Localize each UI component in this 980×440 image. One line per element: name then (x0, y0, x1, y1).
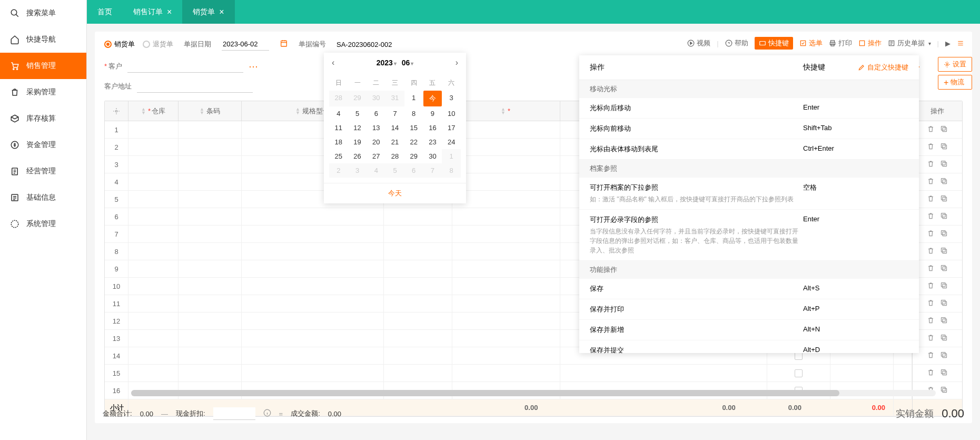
table-header-cell[interactable]: ▲▼* (452, 101, 560, 121)
delete-icon[interactable] (927, 351, 935, 361)
cal-day[interactable]: 30 (423, 149, 442, 163)
cal-day[interactable]: 21 (385, 135, 404, 149)
sidebar-item-purchase[interactable]: 采购管理 (0, 79, 86, 105)
cal-day[interactable]: 6 (367, 106, 385, 121)
cal-day[interactable]: 11 (329, 121, 348, 135)
ellipsis-icon[interactable]: ⋯ (249, 61, 258, 72)
nav-menu-button[interactable] (957, 40, 964, 47)
cal-day[interactable]: 24 (442, 135, 461, 149)
delete-icon[interactable] (927, 194, 935, 204)
cal-day[interactable]: 29 (404, 149, 423, 163)
custom-shortcuts-button[interactable]: 自定义快捷键 (858, 63, 908, 72)
copy-icon[interactable] (940, 177, 948, 187)
copy-icon[interactable] (940, 368, 948, 378)
cal-day[interactable]: 31 (385, 91, 404, 106)
sidebar-item-quicknav[interactable]: 快捷导航 (0, 26, 86, 53)
cal-day[interactable]: 20 (367, 135, 385, 149)
cal-day[interactable]: 5 (348, 106, 367, 121)
radio-return[interactable]: 退货单 (143, 40, 173, 49)
cal-day[interactable]: 30 (367, 91, 385, 106)
cal-day[interactable]: 13 (367, 121, 385, 135)
copy-icon[interactable] (940, 299, 948, 309)
delete-icon[interactable] (927, 247, 935, 257)
copy-icon[interactable] (940, 351, 948, 361)
cal-day[interactable]: 28 (385, 149, 404, 163)
cal-day[interactable]: 今 (423, 91, 442, 106)
close-icon[interactable]: × (167, 0, 172, 24)
cal-day[interactable]: 6 (404, 163, 423, 178)
video-button[interactable]: 视频 (687, 38, 710, 48)
copy-icon[interactable] (940, 160, 948, 170)
sidebar-item-search[interactable]: 搜索菜单 (0, 0, 86, 26)
sidebar-item-system[interactable]: 系统管理 (0, 211, 86, 237)
cal-day[interactable]: 10 (442, 106, 461, 121)
print-button[interactable]: 打印 (829, 38, 852, 48)
select-order-button[interactable]: 选单 (799, 38, 823, 48)
table-row[interactable]: 15 (105, 365, 962, 382)
cal-day[interactable]: 12 (348, 121, 367, 135)
cal-day[interactable]: 1 (404, 91, 423, 106)
copy-icon[interactable] (940, 194, 948, 204)
customer-input[interactable] (127, 60, 243, 73)
copy-icon[interactable] (940, 281, 948, 291)
cal-day[interactable]: 19 (348, 135, 367, 149)
cal-day[interactable]: 28 (329, 91, 348, 106)
calendar-icon[interactable] (280, 39, 288, 50)
cal-day[interactable]: 8 (442, 163, 461, 178)
sidebar-item-business[interactable]: 经营管理 (0, 158, 86, 184)
cal-day[interactable]: 9 (423, 106, 442, 121)
cal-prev-button[interactable]: ‹ (332, 58, 334, 67)
delete-icon[interactable] (927, 160, 935, 170)
cal-day[interactable]: 4 (367, 163, 385, 178)
delete-icon[interactable] (927, 334, 935, 344)
delete-icon[interactable] (927, 299, 935, 309)
date-input[interactable] (222, 38, 269, 51)
address-input[interactable] (137, 80, 253, 93)
copy-icon[interactable] (940, 264, 948, 274)
nav-prev-button[interactable]: ▶ (945, 40, 951, 47)
tab-sales-invoice[interactable]: 销货单× (182, 0, 234, 24)
cal-title[interactable]: 202306 (377, 58, 414, 67)
gift-checkbox[interactable] (795, 369, 803, 377)
copy-icon[interactable] (940, 247, 948, 257)
cal-day[interactable]: 3 (348, 163, 367, 178)
info-icon[interactable] (263, 409, 271, 418)
cal-day[interactable]: 16 (423, 121, 442, 135)
sidebar-item-basicinfo[interactable]: 基础信息 (0, 184, 86, 211)
cal-day[interactable]: 8 (404, 106, 423, 121)
sidebar-item-sales[interactable]: 销售管理 (0, 53, 86, 79)
table-header-cell[interactable]: ▲▼条码 (179, 101, 242, 121)
sidebar-item-funds[interactable]: 资金管理 (0, 132, 86, 158)
copy-icon[interactable] (940, 316, 948, 326)
cal-day[interactable]: 25 (329, 149, 348, 163)
delete-icon[interactable] (927, 264, 935, 274)
radio-sales[interactable]: 销货单 (104, 40, 135, 49)
cal-day[interactable]: 29 (348, 91, 367, 106)
toggle-icon[interactable]: — (161, 410, 168, 418)
operate-button[interactable]: 操作 (858, 38, 882, 48)
cal-day[interactable]: 23 (423, 135, 442, 149)
cal-next-button[interactable]: › (456, 58, 458, 67)
cal-today-button[interactable]: 今天 (324, 183, 466, 203)
delete-icon[interactable] (927, 212, 935, 222)
copy-icon[interactable] (940, 212, 948, 222)
copy-icon[interactable] (940, 142, 948, 152)
cal-day[interactable]: 17 (442, 121, 461, 135)
sidebar-item-inventory[interactable]: 库存核算 (0, 105, 86, 132)
cal-day[interactable]: 7 (423, 163, 442, 178)
cal-day[interactable]: 15 (404, 121, 423, 135)
close-icon[interactable]: × (219, 0, 224, 24)
delete-icon[interactable] (927, 142, 935, 152)
delete-icon[interactable] (927, 316, 935, 326)
delete-icon[interactable] (927, 368, 935, 378)
delete-icon[interactable] (927, 281, 935, 291)
cal-day[interactable]: 22 (404, 135, 423, 149)
copy-icon[interactable] (940, 125, 948, 135)
cal-day[interactable]: 4 (329, 106, 348, 121)
cal-day[interactable]: 18 (329, 135, 348, 149)
cal-day[interactable]: 7 (385, 106, 404, 121)
copy-icon[interactable] (940, 334, 948, 344)
gear-icon[interactable] (105, 101, 128, 121)
delete-icon[interactable] (927, 125, 935, 135)
copy-icon[interactable] (940, 229, 948, 239)
